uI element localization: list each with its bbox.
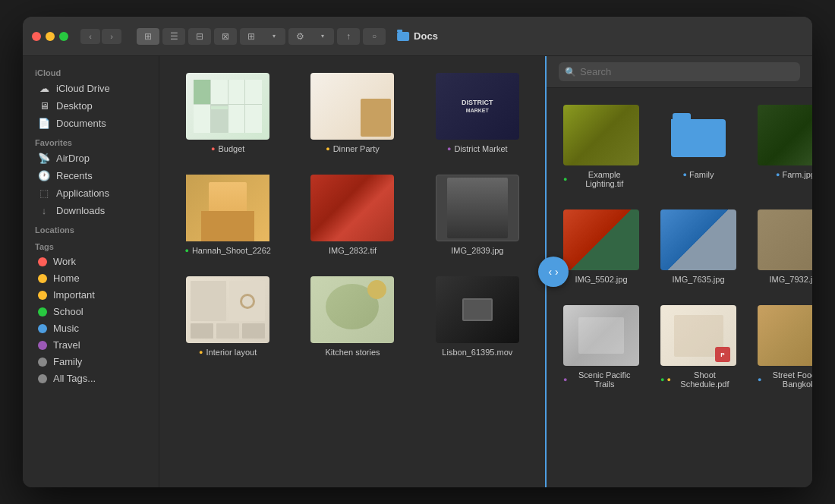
- file-thumb-hannah-shoot: [186, 175, 269, 241]
- close-button[interactable]: [32, 32, 41, 41]
- icon-view-button[interactable]: ⊞: [137, 28, 159, 45]
- resize-handle-button[interactable]: ‹ ›: [538, 257, 569, 287]
- file-thumb-district-market: DISTRICTMARKET: [436, 73, 519, 140]
- file-thumb-family-folder: [660, 105, 736, 165]
- recents-icon: 🕐: [38, 169, 50, 181]
- search-input[interactable]: [559, 62, 800, 81]
- kitchen-preview: [310, 276, 394, 343]
- settings-button[interactable]: ⚙: [288, 28, 311, 45]
- file-label-scenic-pacific: ● Scenic Pacific Trails: [563, 370, 639, 389]
- icloud-section-label: iCloud: [23, 62, 159, 79]
- file-item-farm[interactable]: ● Farm.jpg: [753, 100, 812, 193]
- file-item-street-food[interactable]: ● Street Food in Bangkok: [753, 301, 812, 393]
- sidebar-item-tag-work[interactable]: Work: [26, 254, 156, 269]
- favorites-section-label: Favorites: [23, 132, 159, 149]
- file-item-img7932[interactable]: IMG_7932.jpg: [753, 205, 812, 288]
- fullscreen-button[interactable]: [59, 32, 68, 41]
- minimize-button[interactable]: [46, 32, 55, 41]
- recipe-preview: [310, 73, 394, 140]
- tag-dot-all: [38, 374, 47, 383]
- file-thumb-img7932: [758, 209, 812, 270]
- forward-button[interactable]: ›: [102, 29, 121, 44]
- view-dropdown-button[interactable]: ▾: [263, 28, 285, 45]
- sidebar-item-recents[interactable]: 🕐 Recents: [26, 167, 156, 184]
- sidebar-item-documents[interactable]: 📄 Documents: [26, 115, 156, 131]
- tag-dot-school: [38, 307, 47, 317]
- sidebar-item-desktop[interactable]: 🖥 Desktop: [26, 97, 156, 114]
- tag-button[interactable]: ○: [363, 28, 386, 45]
- file-item-shoot-schedule[interactable]: P ● ● Shoot Schedule.pdf: [656, 301, 741, 393]
- file-label-img2839: IMG_2839.jpg: [451, 246, 503, 255]
- downloads-icon: ↓: [38, 204, 50, 216]
- file-thumb-scenic-pacific: [563, 305, 639, 366]
- file-item-img2832[interactable]: IMG_2832.tif: [296, 170, 408, 260]
- file-item-family-folder[interactable]: ● Family: [656, 100, 741, 193]
- file-item-example-lighting[interactable]: ● Example Lighting.tif: [559, 100, 644, 193]
- list-view-button[interactable]: ☰: [162, 28, 185, 45]
- column-view-button[interactable]: ⊟: [188, 28, 211, 45]
- file-item-hannah-shoot[interactable]: ● Hannah_Shoot_2262: [172, 170, 284, 260]
- sidebar-item-applications[interactable]: ⬚ Applications: [26, 184, 156, 201]
- sidebar-item-downloads[interactable]: ↓ Downloads: [26, 202, 156, 219]
- file-thumb-lisbon: [436, 276, 519, 343]
- sidebar-item-tag-school[interactable]: School: [26, 304, 156, 320]
- sidebar-item-tag-travel[interactable]: Travel: [26, 337, 156, 353]
- hannah-preview: [186, 175, 269, 241]
- tag-dot-family: [38, 358, 47, 367]
- file-thumb-img5502: [563, 209, 639, 270]
- file-thumb-shoot-schedule: P: [660, 305, 736, 366]
- sidebar-item-tag-family[interactable]: Family: [26, 354, 156, 370]
- file-thumb-farm: [758, 105, 812, 165]
- file-item-dinner-party[interactable]: ● Dinner Party: [296, 68, 408, 158]
- file-item-img5502[interactable]: IMG_5502.jpg: [559, 205, 644, 288]
- interior-preview: [186, 276, 269, 343]
- right-pane: 🔍 ● Example Lighting.tif: [547, 56, 812, 487]
- tag-dot-work: [38, 257, 47, 266]
- nav-buttons: ‹ ›: [80, 29, 121, 44]
- sidebar-label-icloud-drive: iCloud Drive: [56, 83, 110, 94]
- file-thumb-example-lighting: [563, 105, 639, 165]
- file-item-interior-layout[interactable]: ● Interior layout: [172, 272, 284, 361]
- toolbar-buttons: ⊞ ☰ ⊟ ⊠ ⊞ ▾ ⚙ ▾ ↑ ○: [137, 28, 386, 45]
- main-content: iCloud ☁ iCloud Drive 🖥 Desktop 📄 Docume…: [23, 56, 812, 487]
- sidebar-label-home: Home: [53, 272, 80, 284]
- file-thumb-street-food: [758, 305, 812, 366]
- file-label-family-folder: ● Family: [683, 170, 714, 179]
- sidebar-item-all-tags[interactable]: All Tags...: [26, 370, 156, 386]
- file-label-hannah-shoot: ● Hannah_Shoot_2262: [184, 246, 270, 255]
- file-label-img7932: IMG_7932.jpg: [769, 275, 812, 284]
- applications-icon: ⬚: [38, 187, 50, 199]
- file-thumb-img7635: [660, 209, 736, 270]
- file-item-kitchen-stories[interactable]: Kitchen stories: [296, 272, 408, 361]
- file-item-lisbon[interactable]: Lisbon_61395.mov: [421, 272, 534, 361]
- sidebar-item-icloud-drive[interactable]: ☁ iCloud Drive: [26, 80, 156, 96]
- file-item-budget[interactable]: ● Budget: [172, 68, 284, 158]
- sidebar-item-tag-music[interactable]: Music: [26, 320, 156, 336]
- airdrop-icon: 📡: [38, 152, 50, 164]
- back-button[interactable]: ‹: [80, 29, 100, 44]
- view-options-button[interactable]: ⊞: [240, 28, 263, 45]
- share-button[interactable]: ↑: [337, 28, 360, 45]
- settings-dropdown-button[interactable]: ▾: [311, 28, 334, 45]
- sidebar-item-airdrop[interactable]: 📡 AirDrop: [26, 150, 156, 166]
- gallery-view-button[interactable]: ⊠: [214, 28, 237, 45]
- file-item-scenic-pacific[interactable]: ● Scenic Pacific Trails: [559, 301, 644, 393]
- documents-icon: 📄: [38, 117, 50, 129]
- lisbon-preview: [436, 276, 519, 343]
- sidebar-label-family: Family: [53, 356, 82, 367]
- file-item-img7635[interactable]: IMG_7635.jpg: [656, 205, 741, 288]
- file-thumb-interior-layout: [186, 276, 269, 343]
- search-input-wrap: 🔍: [559, 62, 800, 81]
- sidebar-item-tag-home[interactable]: Home: [26, 270, 156, 286]
- tag-dot-travel: [38, 341, 47, 350]
- file-item-img2839[interactable]: IMG_2839.jpg: [421, 170, 534, 260]
- file-label-farm: ● Farm.jpg: [776, 170, 812, 179]
- file-item-district-market[interactable]: DISTRICTMARKET ● District Market: [421, 68, 534, 158]
- tag-dot-important: [38, 291, 47, 300]
- titlebar: ‹ › ⊞ ☰ ⊟ ⊠ ⊞ ▾ ⚙ ▾ ↑ ○ Docs: [23, 17, 812, 56]
- left-file-grid: ● Budget ● Dinner Party: [172, 68, 534, 361]
- search-bar-container: 🔍: [547, 56, 812, 88]
- sidebar-item-tag-important[interactable]: Important: [26, 287, 156, 303]
- settings-group: ⚙ ▾: [288, 28, 334, 45]
- file-thumb-dinner-party: [310, 73, 394, 140]
